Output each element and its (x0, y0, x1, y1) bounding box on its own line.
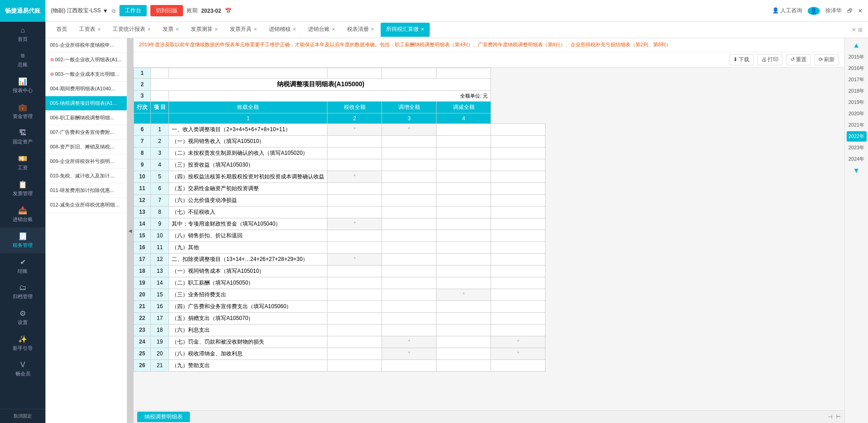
c3-17[interactable] (436, 253, 491, 265)
c1-22[interactable] (327, 312, 382, 324)
left-panel-item-003[interactable]: ⊗003-一般企业成本支出明细... (45, 67, 127, 82)
c3-16[interactable] (436, 241, 491, 253)
calendar-icon[interactable]: 📅 (225, 8, 232, 14)
c2-7[interactable] (382, 135, 436, 147)
c3-15[interactable] (436, 230, 491, 241)
c1-15[interactable] (327, 230, 382, 241)
c1-20[interactable] (327, 289, 382, 300)
unpin-sidebar-button[interactable]: 取消固定 (0, 409, 45, 423)
company-selector[interactable]: (物副) 江西殷宝-LSS ▼ (51, 7, 108, 15)
left-panel-item-002[interactable]: ⊗002-一般企业收入明细表(A1... (45, 53, 127, 67)
tab-payroll[interactable]: 工资表✕ (74, 23, 106, 37)
c4-25[interactable]: * (491, 348, 546, 359)
c2-23[interactable] (382, 324, 436, 336)
c2-15[interactable] (382, 230, 436, 241)
c3-12[interactable] (436, 194, 491, 206)
c1-17[interactable]: * (327, 253, 382, 265)
c3-22[interactable] (436, 312, 491, 324)
c1-8[interactable] (327, 147, 382, 159)
print-button[interactable]: 🖨 打印 (757, 54, 783, 65)
tab-close-payroll[interactable]: ✕ (97, 27, 101, 32)
c4-20[interactable] (491, 289, 546, 300)
c4-8[interactable] (491, 147, 546, 159)
tab-tax-clear[interactable]: 税表清册✕ (342, 23, 380, 37)
c2-12[interactable] (382, 194, 436, 206)
c3-24[interactable] (436, 336, 491, 348)
year-btn-2019[interactable]: 2019年 (847, 97, 867, 108)
c4-21[interactable] (491, 300, 546, 312)
c1-11[interactable] (327, 182, 382, 194)
c1-12[interactable] (327, 194, 382, 206)
c3-26[interactable] (436, 359, 491, 371)
sidebar-item-fixed-asset[interactable]: 🏗固定资产 (0, 124, 45, 150)
c2-16[interactable] (382, 241, 436, 253)
year-scroll-down[interactable]: ▼ (847, 165, 867, 176)
c3-6[interactable] (436, 123, 491, 135)
tab-close-invoice[interactable]: ✕ (175, 27, 179, 32)
c4-11[interactable] (491, 182, 546, 194)
sidebar-item-ledger[interactable]: ≡总账 (0, 47, 45, 73)
tab-invoice[interactable]: 发票✕ (157, 23, 184, 37)
c4-26[interactable] (491, 359, 546, 371)
tab-income-tax[interactable]: 所得税汇算缴✕ (381, 23, 430, 37)
tab-invoice-calc[interactable]: 发票测算✕ (185, 23, 223, 37)
c2-9[interactable] (382, 159, 436, 171)
bottom-tab[interactable]: 纳税调整明细表 (137, 412, 190, 422)
tab-close-import-ledger[interactable]: ✕ (332, 27, 335, 32)
year-btn-2020[interactable]: 2020年 (847, 108, 867, 119)
sidebar-item-payroll[interactable]: 💴工资 (0, 150, 45, 176)
sidebar-item-settlement[interactable]: ✔结账 (0, 253, 45, 279)
company-dropdown-icon[interactable]: ▼ (103, 8, 108, 14)
c2-25[interactable]: * (382, 348, 436, 359)
restore-button[interactable]: 🗗 (847, 8, 853, 14)
tab-close-import-check[interactable]: ✕ (293, 27, 296, 32)
tab-close-payroll-stats[interactable]: ✕ (147, 27, 151, 32)
c3-7[interactable] (436, 135, 491, 147)
c4-22[interactable] (491, 312, 546, 324)
year-btn-2021[interactable]: 2021年 (847, 120, 867, 130)
c2-6[interactable]: * (382, 123, 436, 135)
sidebar-item-tax-mgmt[interactable]: 🧾税务管理 (0, 227, 45, 253)
tab-import-check[interactable]: 进销稽核✕ (263, 23, 302, 37)
expand-button[interactable]: ⊞ (858, 27, 863, 33)
c2-17[interactable] (382, 253, 436, 265)
c1-21[interactable] (327, 300, 382, 312)
service-button[interactable]: 👤 人工咨询 (772, 7, 802, 15)
c3-8[interactable] (436, 147, 491, 159)
left-panel-item-009[interactable]: 009-企业所得税弥补亏损明... (45, 154, 127, 169)
c3-11[interactable] (436, 182, 491, 194)
left-panel-item-012[interactable]: 012-减免企业所得税优惠明细表(... (45, 198, 127, 212)
c3-9[interactable] (436, 159, 491, 171)
sidebar-item-invoice-mgmt[interactable]: 📋发票管理 (0, 176, 45, 202)
c3-18[interactable] (436, 265, 491, 277)
c3-20[interactable]: * (436, 289, 491, 300)
left-panel-item-005[interactable]: 005-纳税调整项目明细表(A1... (45, 96, 127, 111)
c3-25[interactable] (436, 348, 491, 359)
year-btn-2023[interactable]: 2023年 (847, 143, 867, 153)
tab-close-invoice-calc[interactable]: ✕ (214, 27, 218, 32)
c2-8[interactable] (382, 147, 436, 159)
c2-18[interactable] (382, 265, 436, 277)
c4-24[interactable]: * (491, 336, 546, 348)
year-btn-2016[interactable]: 2016年 (847, 63, 867, 74)
c4-6[interactable] (491, 123, 546, 135)
year-btn-2015[interactable]: 2015年 (847, 52, 867, 62)
c1-26[interactable] (327, 359, 382, 371)
c1-18[interactable] (327, 265, 382, 277)
c4-16[interactable] (491, 241, 546, 253)
c1-10[interactable]: * (327, 171, 382, 182)
c2-20[interactable] (382, 289, 436, 300)
sidebar-item-asset-mgmt[interactable]: 💼资金管理 (0, 98, 45, 124)
copy-icon[interactable]: ⧉ (112, 8, 116, 14)
left-panel-item-008[interactable]: 008-资产折旧、摊销及纳税... (45, 140, 127, 154)
c1-24[interactable] (327, 336, 382, 348)
c1-14[interactable]: * (327, 218, 382, 230)
c4-23[interactable] (491, 324, 546, 336)
tab-payroll-stats[interactable]: 工资统计报表✕ (107, 23, 156, 37)
c4-10[interactable] (491, 171, 546, 182)
refresh-button[interactable]: ⟳ 刷新 (814, 54, 839, 65)
sidebar-item-new-guide[interactable]: ✨新手引导 (0, 330, 45, 356)
c4-7[interactable] (491, 135, 546, 147)
tab-close-invoice-open[interactable]: ✕ (253, 27, 257, 32)
c4-9[interactable] (491, 159, 546, 171)
